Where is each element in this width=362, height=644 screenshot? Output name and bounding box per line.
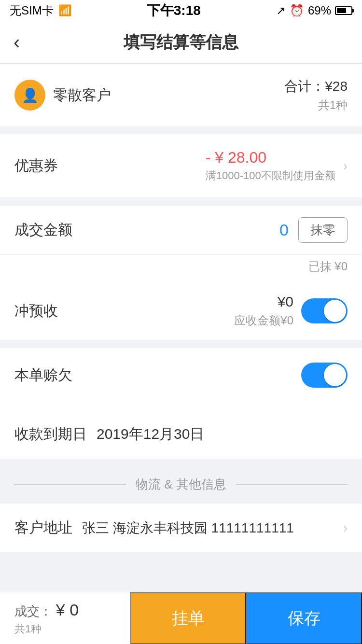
address-row[interactable]: 客户地址 张三 海淀永丰科技园 11111111111 › (0, 504, 362, 552)
due-date-row: 收款到期日 2019年12月30日 (0, 410, 362, 459)
coupon-desc: 满1000-100不限制使用金额 (206, 168, 335, 183)
pre-collection-right: ¥0 应收金额¥0 (234, 294, 348, 328)
total-label: 合计：¥28 (284, 77, 348, 96)
total-count: 共1种 (284, 98, 348, 113)
debt-label: 本单赊欠 (14, 365, 72, 385)
round-button[interactable]: 抹零 (298, 217, 348, 243)
pre-collection-label: 冲预收 (14, 301, 58, 321)
toggle-knob (324, 300, 346, 322)
customer-total: 合计：¥28 共1种 (284, 77, 348, 113)
avatar: 👤 (14, 80, 45, 111)
transaction-row: 成交金额 0 抹零 (0, 206, 362, 255)
status-left: 无SIM卡 📶 (10, 3, 71, 18)
status-bar: 无SIM卡 📶 下午3:18 ↗ ⏰ 69% (0, 0, 362, 21)
avatar-icon: 👤 (22, 87, 39, 103)
customer-info: 👤 零散客户 (14, 80, 111, 111)
bottom-deal-row: 成交： ¥ 0 (14, 601, 116, 620)
bottom-bar: 成交： ¥ 0 共1种 挂单 保存 (0, 592, 362, 644)
pre-collection-receivable: 应收金额¥0 (234, 313, 293, 328)
logistics-header: 物流 & 其他信息 (0, 466, 362, 503)
debt-toggle-knob (324, 364, 346, 386)
nav-bar: ‹ 填写结算等信息 (0, 21, 362, 64)
coupon-chevron-icon: › (343, 158, 348, 174)
status-right: ↗ ⏰ 69% (276, 4, 352, 17)
logistics-title: 物流 & 其他信息 (136, 476, 226, 493)
debt-row: 本单赊欠 (0, 348, 362, 402)
due-date-label: 收款到期日 (14, 424, 87, 444)
pre-collection-amount: ¥0 (234, 294, 293, 310)
save-button[interactable]: 保存 (246, 592, 362, 644)
logistics-line-left (14, 484, 126, 485)
hang-button[interactable]: 挂单 (130, 592, 246, 644)
coupon-label: 优惠券 (14, 156, 58, 176)
pre-collection-toggle[interactable] (301, 298, 348, 323)
status-time: 下午3:18 (147, 1, 201, 20)
pre-collection-row: 冲预收 ¥0 应收金额¥0 (0, 282, 362, 340)
content-area: 👤 零散客户 合计：¥28 共1种 优惠券 - ¥ 28.00 满1000-10… (0, 64, 362, 644)
customer-name: 零散客户 (53, 85, 111, 105)
coupon-section: 优惠券 - ¥ 28.00 满1000-100不限制使用金额 › (0, 134, 362, 198)
debt-section: 本单赊欠 收款到期日 2019年12月30日 (0, 348, 362, 459)
address-chevron-icon: › (343, 520, 348, 536)
alarm-icon: ⏰ (290, 4, 304, 17)
already-rounded: 已抹 ¥0 (0, 255, 362, 282)
logistics-line-right (236, 484, 348, 485)
bottom-deal-amount: ¥ 0 (56, 601, 79, 619)
coupon-value: - ¥ 28.00 (206, 149, 335, 167)
address-value: 张三 海淀永丰科技园 11111111111 (82, 519, 334, 537)
due-date-value: 2019年12月30日 (97, 424, 204, 444)
back-button[interactable]: ‹ (14, 31, 20, 53)
address-label: 客户地址 (14, 518, 72, 538)
transaction-section: 成交金额 0 抹零 已抹 ¥0 冲预收 ¥0 应收金额¥0 (0, 206, 362, 340)
customer-row: 👤 零散客户 合计：¥28 共1种 (0, 64, 362, 126)
battery-percent: 69% (308, 4, 331, 17)
battery-icon (335, 6, 352, 15)
debt-toggle[interactable] (301, 363, 348, 388)
bottom-deal-count: 共1种 (14, 622, 116, 636)
coupon-right: - ¥ 28.00 满1000-100不限制使用金额 › (206, 149, 348, 183)
bottom-left: 成交： ¥ 0 共1种 (0, 601, 130, 636)
bottom-deal-label: 成交： (14, 604, 52, 618)
transaction-label: 成交金额 (14, 220, 72, 240)
wifi-icon: 📶 (58, 4, 71, 17)
transaction-right: 0 抹零 (279, 217, 348, 243)
coupon-row[interactable]: 优惠券 - ¥ 28.00 满1000-100不限制使用金额 › (0, 134, 362, 198)
coupon-value-block: - ¥ 28.00 满1000-100不限制使用金额 (206, 149, 335, 183)
pre-collection-values: ¥0 应收金额¥0 (234, 294, 293, 328)
transaction-amount: 0 (279, 221, 289, 239)
location-icon: ↗ (276, 4, 286, 17)
sim-text: 无SIM卡 (10, 3, 54, 18)
page-title: 填写结算等信息 (124, 31, 238, 54)
